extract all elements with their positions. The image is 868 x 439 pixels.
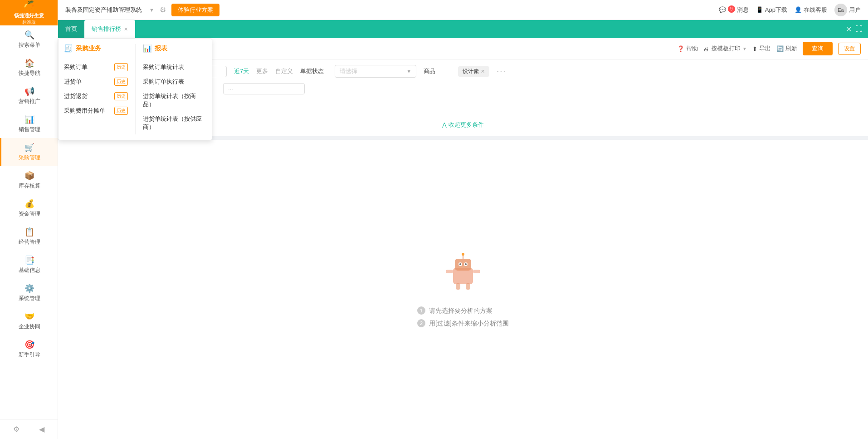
report-col-title: 报表: [155, 44, 167, 53]
title-dropdown-arrow[interactable]: ▼: [149, 7, 154, 13]
collapse-up-icon: ⋀: [442, 122, 447, 128]
dropdown-item-report-order-stat[interactable]: 采购订单统计表: [143, 60, 207, 74]
message-icon: 💬: [719, 6, 726, 13]
print-label: 按模板打印: [711, 44, 741, 53]
tab-close-icon[interactable]: ✕: [124, 26, 128, 32]
sidebar-item-inventory[interactable]: 📦 库存核算: [0, 166, 58, 194]
sidebar-label-guide: 新手引导: [19, 351, 40, 359]
online-service-btn[interactable]: 👤 在线客服: [795, 6, 827, 14]
help-btn[interactable]: ❓ 帮助: [677, 44, 698, 53]
voucher-status-dropdown-icon: ▼: [406, 69, 411, 74]
basic-info-icon: 📑: [24, 255, 34, 265]
dropdown-item-purchase-cost[interactable]: 采购费用分摊单 历史: [64, 104, 128, 118]
tab-home[interactable]: 首页: [58, 20, 84, 38]
empty-step-1: 1 请先选择要分析的方案: [417, 304, 509, 317]
date-custom-link[interactable]: 自定义: [275, 67, 293, 75]
dropdown-item-purchase-inbound[interactable]: 进货单 历史: [64, 74, 128, 89]
app-download-btn[interactable]: 📱 App下载: [756, 6, 787, 14]
collapse-btn[interactable]: ⋀ 收起更多条件: [442, 121, 484, 129]
svg-rect-9: [473, 270, 480, 273]
sidebar-settings-button[interactable]: ⚙: [13, 425, 20, 434]
search-icon: 🔍: [24, 30, 34, 40]
step1-num: 1: [417, 306, 425, 315]
marketing-icon: 📢: [24, 86, 34, 96]
report-inbound-supplier-label: 进货单统计表（按供应商）: [143, 115, 207, 131]
sidebar-item-finance[interactable]: 💰 资金管理: [0, 194, 58, 222]
dropdown-purchase-header: 🧾 采购业务: [64, 44, 128, 55]
empty-text: 1 请先选择要分析的方案 2 用[过滤]条件来缩小分析范围: [417, 304, 509, 330]
report-order-exec-label: 采购订单执行表: [143, 78, 184, 86]
sidebar-item-basic-info[interactable]: 📑 基础信息: [0, 251, 58, 279]
industry-btn[interactable]: 体验行业方案: [171, 4, 219, 16]
tab-close-all-icon[interactable]: ✕: [846, 25, 852, 34]
settings-gear-icon[interactable]: ⚙: [160, 5, 166, 14]
online-service-label: 在线客服: [804, 6, 827, 14]
dropdown-item-report-inbound-by-goods[interactable]: 进货单统计表（按商品）: [143, 89, 207, 112]
purchase-cost-label: 采购费用分摊单: [64, 107, 105, 115]
tab-sales-rank[interactable]: 销售排行榜 ✕: [84, 20, 135, 38]
sidebar-item-operations[interactable]: 📋 经营管理: [0, 222, 58, 251]
cooperation-icon: 🤝: [24, 311, 34, 321]
empty-illustration: [440, 250, 486, 295]
date-more-link[interactable]: 更多: [256, 67, 268, 75]
svg-point-5: [465, 263, 467, 265]
help-icon: ❓: [677, 45, 684, 52]
goods-more-dots[interactable]: ···: [497, 67, 506, 76]
sidebar-item-marketing[interactable]: 📢 营销推广: [0, 82, 58, 110]
voucher-status-select[interactable]: 请选择 ▼: [335, 65, 416, 78]
tab-maximize-icon[interactable]: ⛶: [855, 25, 863, 33]
message-badge: 9: [728, 5, 735, 13]
sidebar-label-system: 系统管理: [19, 295, 40, 302]
sidebar-item-guide[interactable]: 🎯 新手引导: [0, 335, 58, 363]
print-icon: 🖨: [703, 45, 709, 52]
svg-rect-8: [446, 270, 453, 273]
sidebar-item-sales[interactable]: 📊 销售管理: [0, 110, 58, 138]
sidebar-item-cooperation[interactable]: 🤝 企业协同: [0, 307, 58, 335]
purchase-icon: 🛒: [24, 143, 34, 153]
app-download-label: App下载: [765, 6, 787, 14]
message-btn[interactable]: 💬 9 消息: [719, 6, 749, 14]
system-title: 装备及固定资产辅助管理系统: [65, 6, 142, 14]
dropdown-divider: [135, 44, 136, 134]
sidebar-item-purchase[interactable]: 🛒 采购管理: [0, 138, 58, 166]
purchase-inbound-label: 进货单: [64, 78, 82, 86]
dropdown-item-purchase-order[interactable]: 采购订单 历史: [64, 60, 128, 74]
goods-tag[interactable]: 设计素 ✕: [458, 66, 489, 77]
sidebar-item-quick-nav[interactable]: 🏠 快捷导航: [0, 54, 58, 82]
svg-rect-1: [455, 259, 471, 271]
salesperson-input[interactable]: ···: [223, 83, 305, 94]
sales-icon: 📊: [24, 114, 34, 124]
sidebar-item-search[interactable]: 🔍 搜索菜单: [0, 25, 58, 54]
finance-icon: 💰: [24, 199, 34, 209]
dropdown-item-report-inbound-by-supplier[interactable]: 进货单统计表（按供应商）: [143, 112, 207, 134]
query-button[interactable]: 查询: [803, 42, 833, 55]
app-logo: 🍊 畅捷通好生意 标准版: [0, 0, 58, 25]
refresh-btn[interactable]: 🔄 刷新: [776, 44, 797, 53]
date-7days-shortcut[interactable]: 近7天: [234, 67, 249, 75]
goods-tag-close-icon[interactable]: ✕: [481, 69, 485, 74]
sidebar-label-basic-info: 基础信息: [19, 266, 40, 274]
print-btn[interactable]: 🖨 按模板打印 ▼: [703, 44, 747, 53]
robot-svg: [440, 250, 486, 295]
sidebar-label-quick-nav: 快捷导航: [19, 69, 40, 77]
dropdown-report-header: 📊 报表: [143, 44, 207, 55]
sidebar-item-system[interactable]: ⚙️ 系统管理: [0, 279, 58, 307]
svg-rect-11: [466, 283, 470, 290]
goods-label: 商品: [424, 67, 451, 75]
print-dropdown-icon[interactable]: ▼: [742, 46, 747, 51]
system-icon: ⚙️: [24, 283, 34, 293]
dropdown-item-purchase-return[interactable]: 进货退货 历史: [64, 89, 128, 104]
user-label: 用户: [849, 6, 861, 14]
settings-button[interactable]: 设置: [838, 43, 861, 55]
sidebar-collapse-button[interactable]: ◀: [39, 425, 44, 434]
purchase-return-hist: 历史: [114, 92, 128, 100]
dropdown-item-report-order-exec[interactable]: 采购订单执行表: [143, 74, 207, 89]
purchase-cost-hist: 历史: [114, 107, 128, 115]
top-header: 装备及固定资产辅助管理系统 ▼ ⚙ 体验行业方案 💬 9 消息 📱 App下载 …: [58, 0, 868, 20]
avatar: Ea: [834, 4, 847, 16]
user-menu[interactable]: Ea 用户: [834, 4, 861, 16]
purchase-dropdown-menu: 🧾 采购业务 采购订单 历史 进货单 历史 进货退货 历史 采购费用分摊单 历史: [58, 38, 212, 140]
inventory-icon: 📦: [24, 171, 34, 181]
export-btn[interactable]: ⬆ 导出: [752, 44, 771, 53]
header-right: 💬 9 消息 📱 App下载 👤 在线客服 Ea 用户: [719, 4, 861, 16]
